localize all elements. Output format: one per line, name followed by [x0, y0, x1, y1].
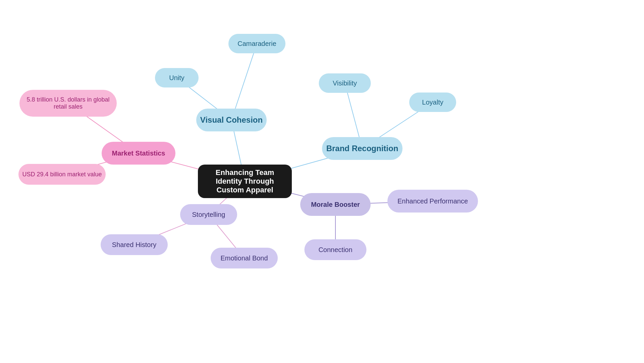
morale-booster-node: Morale Booster: [300, 193, 371, 216]
storytelling-node: Storytelling: [180, 204, 237, 225]
emotional-bond-node: Emotional Bond: [211, 248, 278, 268]
connection-node: Connection: [305, 239, 367, 260]
shared-history-node: Shared History: [101, 234, 168, 255]
visibility-node: Visibility: [319, 73, 371, 93]
retail-sales-node: 5.8 trillion U.S. dollars in global reta…: [19, 90, 117, 117]
visual-cohesion-node: Visual Cohesion: [196, 109, 267, 131]
brand-recognition-node: Brand Recognition: [322, 137, 402, 160]
mind-map: Enhancing Team Identity Through Custom A…: [0, 0, 644, 363]
enhanced-performance-node: Enhanced Performance: [387, 190, 478, 213]
unity-node: Unity: [155, 68, 199, 87]
market-value-node: USD 29.4 billion market value: [18, 164, 106, 185]
loyalty-node: Loyalty: [409, 93, 456, 112]
center-node: Enhancing Team Identity Through Custom A…: [198, 165, 292, 198]
camaraderie-node: Camaraderie: [228, 34, 285, 53]
market-statistics-node: Market Statistics: [102, 142, 175, 165]
